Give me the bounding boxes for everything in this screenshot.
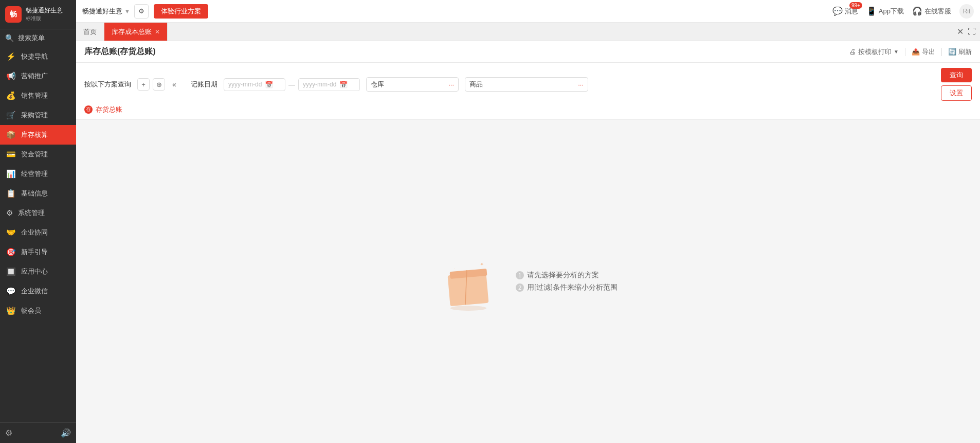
svg-text:·: · xyxy=(454,267,455,271)
manage-scheme-btn[interactable]: ⊕ xyxy=(153,78,165,91)
purchase-icon: 🛒 xyxy=(6,111,16,120)
svg-point-3 xyxy=(450,306,486,311)
message-btn[interactable]: 💬 消息 99+ xyxy=(832,6,858,16)
refresh-icon: 🔄 xyxy=(948,48,956,56)
tab-inventory-cost[interactable]: 库存成本总账 ✕ xyxy=(104,23,168,41)
add-scheme-btn[interactable]: + xyxy=(137,78,150,91)
empty-text: 1 请先选择要分析的方案 2 用[过滤]条件来缩小分析范围 xyxy=(516,268,618,295)
filter-label: 按以下方案查询 xyxy=(84,80,131,89)
vip-icon: 👑 xyxy=(6,306,16,315)
collapse-filter-btn[interactable]: « xyxy=(168,78,180,91)
sidebar-item-guide[interactable]: 🎯 新手引导 xyxy=(0,242,76,262)
sidebar-item-capital[interactable]: 💳 资金管理 xyxy=(0,145,76,164)
tab-bar: 首页 库存成本总账 ✕ ✕ ⛶ xyxy=(76,23,980,41)
top-header: 畅捷通好生意 ▼ ⚙ 体验行业方案 💬 消息 99+ 📱 App下载 🎧 xyxy=(76,0,980,23)
wechat-icon: 💬 xyxy=(6,287,16,296)
sidebar-item-app-center[interactable]: 🔲 应用中心 xyxy=(0,262,76,281)
logo-text: 畅捷通好生意 标准版 xyxy=(26,7,63,22)
header-right: 💬 消息 99+ 📱 App下载 🎧 在线客服 Rit xyxy=(832,4,974,19)
hint-2: 2 用[过滤]条件来缩小分析范围 xyxy=(516,283,618,292)
step-2: 2 xyxy=(516,283,524,292)
main-area: 畅捷通好生意 ▼ ⚙ 体验行业方案 💬 消息 99+ 📱 App下载 🎧 xyxy=(76,0,980,443)
search-icon: 🔍 xyxy=(5,34,14,42)
message-icon: 💬 xyxy=(832,6,843,16)
inventory-icon: 📦 xyxy=(6,130,16,139)
sidebar-item-sales[interactable]: 💰 销售管理 xyxy=(0,86,76,105)
step-1: 1 xyxy=(516,271,524,279)
quick-nav-icon: ⚡ xyxy=(6,52,16,61)
product-input[interactable]: 商品 ··· xyxy=(465,77,588,92)
tab-close-icon[interactable]: ✕ xyxy=(155,28,160,36)
header-settings-btn[interactable]: ⚙ xyxy=(134,4,149,19)
guide-icon: 🎯 xyxy=(6,247,16,257)
warehouse-more-icon[interactable]: ··· xyxy=(448,81,454,88)
date-end-input[interactable]: yyyy-mm-dd 📅 xyxy=(298,78,360,91)
audio-footer-btn[interactable]: 🔊 xyxy=(61,428,71,438)
export-icon: 📤 xyxy=(912,48,920,56)
capital-icon: 💳 xyxy=(6,150,16,159)
sidebar-item-vip[interactable]: 👑 畅会员 xyxy=(0,301,76,321)
system-icon: ⚙ xyxy=(6,208,13,218)
filter-row: 按以下方案查询 + ⊕ « 记账日期 yyyy-mm-dd 📅 — yyyy-m… xyxy=(84,68,972,101)
operations-icon: 📊 xyxy=(6,169,16,179)
date-separator: — xyxy=(288,81,295,88)
service-icon: 🎧 xyxy=(912,6,922,16)
sidebar-item-marketing[interactable]: 📢 营销推广 xyxy=(0,66,76,86)
page-title: 库存总账(存货总账) xyxy=(84,46,156,57)
export-btn[interactable]: 📤 导出 xyxy=(912,47,935,57)
setup-btn[interactable]: 设置 xyxy=(941,85,972,101)
sidebar-item-purchase[interactable]: 🛒 采购管理 xyxy=(0,105,76,125)
content-area: 库存总账(存货总账) 🖨 按模板打印 ▼ 📤 导出 🔄 刷新 xyxy=(76,41,980,443)
empty-svg: ✦ · xyxy=(439,251,500,312)
app-download-btn[interactable]: 📱 App下载 xyxy=(866,6,904,16)
marketing-icon: 📢 xyxy=(6,72,16,81)
print-icon: 🖨 xyxy=(849,48,856,56)
industry-btn[interactable]: 体验行业方案 xyxy=(154,4,208,19)
header-left: 畅捷通好生意 ▼ ⚙ 体验行业方案 xyxy=(82,4,832,19)
app-logo: 畅 畅捷通好生意 标准版 xyxy=(0,0,76,29)
enterprise-icon: 🤝 xyxy=(6,228,16,237)
product-more-icon[interactable]: ··· xyxy=(578,81,584,88)
page-header: 库存总账(存货总账) 🖨 按模板打印 ▼ 📤 导出 🔄 刷新 xyxy=(76,41,980,63)
logo-icon: 畅 xyxy=(5,6,22,23)
sidebar-item-basic-info[interactable]: 📋 基础信息 xyxy=(0,184,76,203)
empty-illustration: ✦ · xyxy=(439,251,500,312)
refresh-btn[interactable]: 🔄 刷新 xyxy=(948,47,972,57)
tab-bar-expand-btn[interactable]: ⛶ xyxy=(968,27,976,37)
warehouse-input[interactable]: 仓库 ··· xyxy=(366,77,459,92)
sidebar-item-operations[interactable]: 📊 经营管理 xyxy=(0,164,76,184)
print-btn[interactable]: 🖨 按模板打印 ▼ xyxy=(849,47,899,57)
sales-icon: 💰 xyxy=(6,91,16,100)
phone-icon: 📱 xyxy=(866,6,877,16)
date-start-input[interactable]: yyyy-mm-dd 📅 xyxy=(224,78,285,91)
company-selector[interactable]: 畅捷通好生意 ▼ xyxy=(82,7,130,16)
online-service-btn[interactable]: 🎧 在线客服 xyxy=(912,6,951,16)
sidebar-item-quick-nav[interactable]: ⚡ 快捷导航 xyxy=(0,47,76,66)
action-divider2 xyxy=(941,48,942,56)
scheme-tag[interactable]: 存 存货总账 xyxy=(84,105,122,114)
empty-state: ✦ · 1 请先选择要分析的方案 2 用[过滤]条件来缩小分析范围 xyxy=(76,120,980,443)
sidebar-nav: ⚡ 快捷导航 📢 营销推广 💰 销售管理 🛒 采购管理 📦 库存核算 💳 资金管… xyxy=(0,47,76,422)
tab-home[interactable]: 首页 xyxy=(76,23,104,41)
calendar-end-icon: 📅 xyxy=(339,81,348,88)
settings-footer-btn[interactable]: ⚙ xyxy=(5,428,12,438)
sidebar-item-inventory[interactable]: 📦 库存核算 xyxy=(0,125,76,145)
app-center-icon: 🔲 xyxy=(6,267,16,276)
hint-1: 1 请先选择要分析的方案 xyxy=(516,271,618,280)
sidebar-item-wechat[interactable]: 💬 企业微信 xyxy=(0,281,76,301)
filter-icon-actions: + ⊕ « xyxy=(137,78,180,91)
sidebar-item-enterprise[interactable]: 🤝 企业协同 xyxy=(0,223,76,242)
print-chevron-icon: ▼ xyxy=(894,49,899,55)
tab-bar-close-btn[interactable]: ✕ xyxy=(957,27,964,37)
filter-area: 按以下方案查询 + ⊕ « 记账日期 yyyy-mm-dd 📅 — yyyy-m… xyxy=(76,63,980,120)
avatar[interactable]: Rit xyxy=(959,4,974,19)
calendar-start-icon: 📅 xyxy=(265,81,273,88)
action-buttons: 查询 设置 xyxy=(941,68,972,101)
query-btn[interactable]: 查询 xyxy=(941,68,972,82)
scheme-dot: 存 xyxy=(84,105,93,114)
sidebar-footer: ⚙ 🔊 xyxy=(0,422,76,443)
tab-bar-actions: ✕ ⛶ xyxy=(957,27,980,37)
sidebar-item-system[interactable]: ⚙ 系统管理 xyxy=(0,203,76,223)
search-menu[interactable]: 🔍 搜索菜单 xyxy=(0,29,76,47)
action-divider xyxy=(905,48,905,56)
